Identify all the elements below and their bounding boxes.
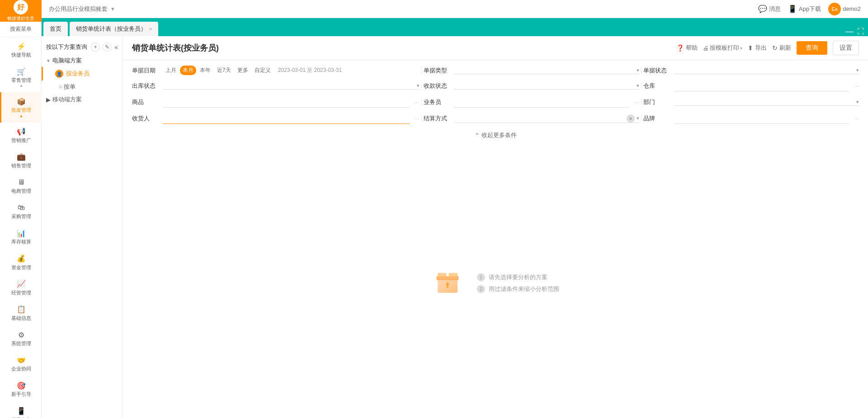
brand-input[interactable] <box>674 113 849 124</box>
receiver-input[interactable] <box>163 113 410 124</box>
divider-6 <box>641 99 642 106</box>
tip-item-2: 2 用过滤条件来缩小分析范围 <box>477 285 559 293</box>
collapse-filters-button[interactable]: ⌃ 收起更多条件 <box>475 131 517 139</box>
help-button[interactable]: ❓ 帮助 <box>676 44 698 52</box>
tip-text-2: 用过滤条件来缩小分析范围 <box>489 285 559 293</box>
goods-filter: 商品 ··· <box>132 97 420 108</box>
basic-icon: 📋 <box>17 305 26 314</box>
tab-maximize-button[interactable]: ⛶ <box>857 28 864 36</box>
logo[interactable]: 好 畅捷通好生意 <box>0 0 42 22</box>
desktop-scheme-group: ▼ 电脑端方案 👤 按业务员 ≡ 按单 <box>42 54 123 93</box>
finance-icon: 💰 <box>17 254 26 263</box>
message-button[interactable]: 💬 消息 <box>758 5 781 13</box>
template-print-button[interactable]: 🖨 按模板打印 ▾ <box>703 44 742 52</box>
goods-more-button[interactable]: ··· <box>414 99 420 106</box>
tip-num-2: 2 <box>477 285 485 293</box>
date-tab-this-month[interactable]: 本月 <box>180 66 196 75</box>
collapse-up-icon: ⌃ <box>475 132 480 139</box>
sidebar-item-operation[interactable]: 📈 经营管理 <box>0 275 42 300</box>
date-tab-this-year[interactable]: 本年 <box>197 66 213 75</box>
warehouse-input[interactable] <box>674 81 849 91</box>
export-button[interactable]: ⬆ 导出 <box>748 44 767 52</box>
staff-input[interactable] <box>454 97 629 108</box>
warehouse-label: 仓库 <box>643 82 670 90</box>
goods-input[interactable] <box>163 97 410 108</box>
scheme-by-staff[interactable]: 👤 按业务员 <box>42 67 123 81</box>
sidebar-item-purchase[interactable]: 🛍 采购管理 <box>0 199 42 224</box>
user-avatar[interactable]: Ea demo2 <box>828 3 861 15</box>
sidebar-item-system[interactable]: ⚙ 系统管理 <box>0 326 42 351</box>
date-tab-custom[interactable]: 自定义 <box>252 66 274 75</box>
tab-close-button[interactable]: × <box>149 27 152 32</box>
edit-scheme-button[interactable]: ✎ <box>103 43 112 52</box>
content-area: 按以下方案查询 + ✎ « ▼ 电脑端方案 👤 按业务员 ≡ <box>42 36 868 418</box>
filter-row-2: 出库状态 ▾ 收款状态 ▾ <box>132 81 859 91</box>
left-panel-header: 按以下方案查询 + ✎ « <box>42 40 123 54</box>
scheme-by-order[interactable]: ≡ 按单 <box>42 81 123 93</box>
payment-caret: ▾ <box>637 115 639 121</box>
tab-sales-report[interactable]: 销货单统计表（按业务员） × <box>70 22 158 36</box>
user-name: demo2 <box>843 5 861 12</box>
query-button[interactable]: 查询 <box>797 41 827 55</box>
brand-more-button[interactable]: ··· <box>854 115 859 122</box>
collapse-left-panel-button[interactable]: « <box>114 43 118 51</box>
receiver-filter: 收货人 ··· <box>132 113 420 124</box>
date-tab-last-month[interactable]: 上月 <box>163 66 179 75</box>
order-status-select[interactable] <box>674 67 856 74</box>
by-staff-label: 按业务员 <box>66 70 90 78</box>
message-icon: 💬 <box>758 5 767 13</box>
receiver-more-button[interactable]: ··· <box>414 115 420 122</box>
add-scheme-button[interactable]: + <box>91 43 100 52</box>
wholesale-icon: 📦 <box>17 97 26 106</box>
sidebar-item-ecommerce[interactable]: 🖥 电商管理 <box>0 173 42 199</box>
refresh-button[interactable]: ↻ 刷新 <box>772 44 791 52</box>
template-print-label: 按模板打印 <box>710 44 739 52</box>
date-tab-more[interactable]: 更多 <box>235 66 251 75</box>
order-type-select[interactable] <box>454 67 637 74</box>
dept-select[interactable] <box>674 99 856 105</box>
receive-status-select[interactable] <box>454 82 637 89</box>
date-tab-7days[interactable]: 近7天 <box>214 66 234 75</box>
staff-more-button[interactable]: ··· <box>634 99 639 106</box>
sidebar-item-sales[interactable]: 💼 销售管理 <box>0 148 42 173</box>
date-filter: 上月 本月 本年 近7天 更多 自定义 2023-03-01 至 2023-03… <box>163 66 420 75</box>
tab-minimize-button[interactable]: — <box>845 27 854 36</box>
order-type-filter: 单据类型 ▾ <box>424 66 639 75</box>
sidebar-item-marketing[interactable]: 📢 营销推广 <box>0 123 42 148</box>
desktop-group-header[interactable]: ▼ 电脑端方案 <box>42 54 123 67</box>
payment-select[interactable] <box>454 115 627 122</box>
sidebar-item-newbie[interactable]: 🎯 新手引导 <box>0 376 42 402</box>
sidebar-item-basic[interactable]: 📋 基础信息 <box>0 300 42 326</box>
tab-home-label: 首页 <box>50 25 61 33</box>
desktop-group-label: 电脑端方案 <box>52 57 82 65</box>
sidebar-item-quick-nav[interactable]: ⚡ 快捷导航 <box>0 37 42 62</box>
topbar-left: 办公用品行业模拟账套 ▾ <box>49 5 114 13</box>
dept-label: 部门 <box>643 98 670 106</box>
tab-home[interactable]: 首页 <box>43 22 68 36</box>
breadcrumb-dropdown-icon[interactable]: ▾ <box>111 5 114 12</box>
app-download-button[interactable]: 📱 App下载 <box>788 5 821 13</box>
warehouse-more-button[interactable]: ··· <box>854 82 859 90</box>
sidebar-item-wholesale[interactable]: 📦 批发管理 ▲ <box>0 92 42 122</box>
payment-clear-button[interactable]: × <box>627 114 635 123</box>
mobile-group-arrow-icon: ▶ <box>46 96 51 103</box>
sidebar-item-appstore[interactable]: 📱 应用中心 <box>0 402 42 418</box>
sidebar: 好 畅捷通好生意 搜索菜单 ⚡ 快捷导航 🛒 零售管理 ▲ 📦 批发管理 ▲ 📢… <box>0 0 42 418</box>
sidebar-item-retail[interactable]: 🛒 零售管理 ▲ <box>0 62 42 92</box>
out-status-select[interactable] <box>163 82 417 89</box>
sidebar-item-enterprise[interactable]: 🤝 企业协同 <box>0 351 42 376</box>
right-panel: 销货单统计表(按业务员) ❓ 帮助 🖨 按模板打印 ▾ ⬆ 导出 <box>123 36 868 418</box>
sidebar-item-finance[interactable]: 💰 资金管理 <box>0 250 42 275</box>
sidebar-item-inventory[interactable]: 📊 库存核算 <box>0 224 42 249</box>
order-type-caret: ▾ <box>637 67 639 73</box>
receive-status-caret: ▾ <box>637 83 639 89</box>
brand-filter: 品牌 ··· <box>643 113 859 124</box>
divider-2 <box>641 67 642 74</box>
mobile-group-header[interactable]: ▶ 移动端方案 <box>42 93 123 106</box>
divider-1 <box>421 67 422 74</box>
svg-rect-2 <box>438 273 446 277</box>
settings-button[interactable]: 设置 <box>833 41 859 55</box>
logo-icon: 好 <box>14 0 28 14</box>
sidebar-search-entry[interactable]: 搜索菜单 <box>0 22 41 37</box>
divider-4 <box>641 82 642 90</box>
